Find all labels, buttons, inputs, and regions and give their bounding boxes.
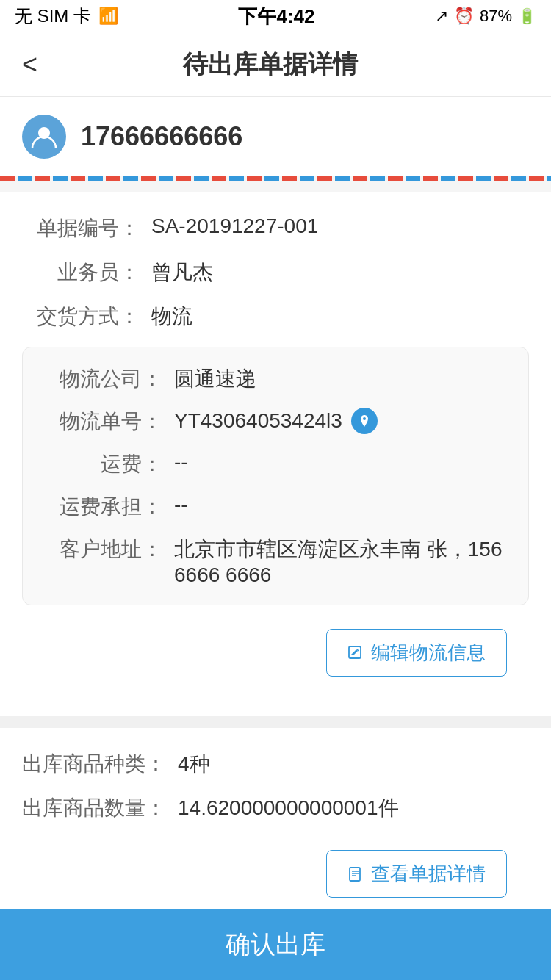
status-left: 无 SIM 卡 📶 xyxy=(15,4,118,28)
section-divider xyxy=(0,716,551,728)
delivery-method-row: 交货方式： 物流 xyxy=(22,303,529,331)
customer-avatar xyxy=(22,115,66,159)
avatar-icon xyxy=(29,122,59,151)
status-bar: 无 SIM 卡 📶 下午4:42 ↗ ⏰ 87% 🔋 xyxy=(0,0,551,32)
alarm-icon: ⏰ xyxy=(454,7,474,26)
address-row: 客户地址： 北京市市辖区海淀区永丰南 张，156 6666 6666 xyxy=(45,536,506,587)
back-button[interactable]: < xyxy=(22,49,37,80)
tracking-no-container: YT43064053424l3 xyxy=(174,408,378,434)
goods-quantity-row: 出库商品数量： 14.620000000000001件 xyxy=(22,794,529,822)
view-detail-btn-container: 查看单据详情 xyxy=(22,838,529,915)
battery-label: 87% xyxy=(480,7,512,26)
svg-rect-2 xyxy=(350,868,360,881)
status-right: ↗ ⏰ 87% 🔋 xyxy=(435,7,536,26)
freight-value: -- xyxy=(174,450,506,474)
logistics-company-row: 物流公司： 圆通速递 xyxy=(45,365,506,393)
agent-label: 业务员： xyxy=(22,259,140,287)
tracking-no-value: YT43064053424l3 xyxy=(174,409,342,433)
edit-logistics-label: 编辑物流信息 xyxy=(371,640,486,666)
freight-bearer-row: 运费承担： -- xyxy=(45,493,506,521)
goods-section: 出库商品种类： 4种 出库商品数量： 14.620000000000001件 查… xyxy=(0,728,551,937)
edit-logistics-button[interactable]: 编辑物流信息 xyxy=(326,629,507,677)
carrier-label: 无 SIM 卡 xyxy=(15,4,91,28)
logistics-company-label: 物流公司： xyxy=(45,365,162,393)
agent-value: 曾凡杰 xyxy=(151,259,529,287)
logistics-company-value: 圆通速递 xyxy=(174,365,506,393)
goods-types-row: 出库商品种类： 4种 xyxy=(22,750,529,778)
tracking-no-row: 物流单号： YT43064053424l3 xyxy=(45,408,506,436)
goods-types-label: 出库商品种类： xyxy=(22,750,166,778)
document-icon xyxy=(347,866,364,882)
goods-quantity-value: 14.620000000000001件 xyxy=(178,794,529,822)
edit-icon xyxy=(347,645,364,661)
confirm-btn-bar[interactable]: 确认出库 xyxy=(0,909,551,980)
customer-header: 17666666666 xyxy=(0,97,551,176)
agent-row: 业务员： 曾凡杰 xyxy=(22,259,529,287)
tracking-no-label: 物流单号： xyxy=(45,408,162,436)
dashed-separator xyxy=(0,176,551,181)
location-status-icon: ↗ xyxy=(435,7,448,26)
freight-bearer-value: -- xyxy=(174,493,506,516)
delivery-method-label: 交货方式： xyxy=(22,303,140,331)
address-label: 客户地址： xyxy=(45,536,162,563)
battery-icon: 🔋 xyxy=(518,7,536,25)
logistics-card: 物流公司： 圆通速递 物流单号： YT43064053424l3 运费： -- xyxy=(22,347,529,605)
customer-phone: 17666666666 xyxy=(81,121,242,152)
document-no-row: 单据编号： SA-20191227-001 xyxy=(22,215,529,242)
goods-quantity-label: 出库商品数量： xyxy=(22,794,166,822)
document-info-section: 单据编号： SA-20191227-001 业务员： 曾凡杰 交货方式： 物流 … xyxy=(0,192,551,716)
address-value: 北京市市辖区海淀区永丰南 张，156 6666 6666 xyxy=(174,536,506,587)
edit-logistics-btn-container: 编辑物流信息 xyxy=(22,617,529,694)
view-detail-button[interactable]: 查看单据详情 xyxy=(326,850,507,898)
tracking-location-icon[interactable] xyxy=(351,408,378,434)
view-detail-label: 查看单据详情 xyxy=(371,861,486,887)
nav-bar: < 待出库单据详情 xyxy=(0,32,551,97)
goods-types-value: 4种 xyxy=(178,750,529,778)
page-title: 待出库单据详情 xyxy=(52,48,488,82)
document-no-value: SA-20191227-001 xyxy=(151,215,529,238)
freight-bearer-label: 运费承担： xyxy=(45,493,162,521)
wifi-icon: 📶 xyxy=(98,7,118,26)
confirm-btn-label: 确认出库 xyxy=(226,928,325,962)
status-time: 下午4:42 xyxy=(238,4,314,29)
freight-row: 运费： -- xyxy=(45,450,506,478)
freight-label: 运费： xyxy=(45,450,162,478)
document-no-label: 单据编号： xyxy=(22,215,140,242)
delivery-method-value: 物流 xyxy=(151,303,529,331)
